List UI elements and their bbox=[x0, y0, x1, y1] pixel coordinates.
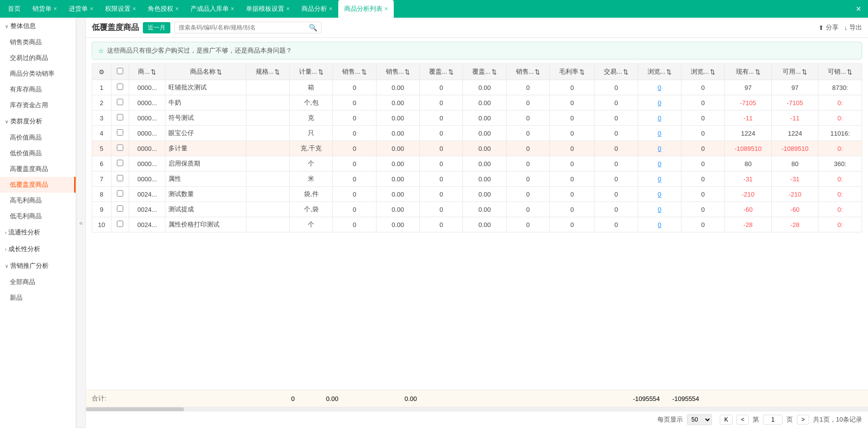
table-row: 9 0024... 测试提成 个,袋 0 0.00 0 0.00 0 0 0 0… bbox=[92, 202, 862, 217]
sidebar: ∨ 整体信息 销售类商品 交易过的商品 商品分类动销率 有库存商品 库存资金占用… bbox=[0, 18, 76, 428]
search-input[interactable] bbox=[179, 24, 309, 31]
col-browse2-header[interactable]: 浏览...⇅ bbox=[681, 64, 725, 80]
row-checkbox[interactable] bbox=[111, 217, 129, 232]
row-sales-count: 0 bbox=[333, 111, 376, 126]
table-row: 2 0000... 牛奶 个,包 0 0.00 0 0.00 0 0 0 0 0… bbox=[92, 95, 862, 111]
col-checkbox-header[interactable] bbox=[111, 64, 129, 80]
sidebar-item-high-coverage[interactable]: 高覆盖度商品 bbox=[0, 161, 76, 177]
col-current-stock-header[interactable]: 现有...⇅ bbox=[725, 64, 772, 80]
col-settings-header[interactable]: ⚙ bbox=[92, 64, 111, 80]
col-sales-count-header[interactable]: 销售...⇅ bbox=[333, 64, 376, 80]
sidebar-section-marketing[interactable]: ∨ 营销推广分析 bbox=[0, 257, 76, 274]
sidebar-item-high-margin[interactable]: 高毛利商品 bbox=[0, 193, 76, 208]
page-number-input[interactable] bbox=[763, 415, 783, 425]
sidebar-item-traded-goods[interactable]: 交易过的商品 bbox=[0, 50, 76, 66]
nav-close-active-icon[interactable]: × bbox=[384, 5, 388, 12]
next-page-button[interactable]: > bbox=[797, 415, 809, 425]
time-filter-button[interactable]: 近一月 bbox=[143, 22, 170, 33]
row-checkbox[interactable] bbox=[111, 187, 129, 202]
row-browse1[interactable]: 0 bbox=[638, 187, 681, 202]
row-checkbox[interactable] bbox=[111, 141, 129, 156]
col-cov2-header[interactable]: 覆盖...⇅ bbox=[463, 64, 506, 80]
col-code-header[interactable]: 商...⇅ bbox=[129, 64, 165, 80]
nav-close-icon[interactable]: × bbox=[54, 5, 57, 12]
total-pages-label: 共1页，10条记录 bbox=[813, 415, 862, 424]
scrollbar-thumb[interactable] bbox=[86, 407, 184, 411]
row-browse1[interactable]: 0 bbox=[638, 156, 681, 171]
sidebar-item-low-coverage[interactable]: 低覆盖度商品 bbox=[0, 177, 76, 193]
export-button[interactable]: ↓ 导出 bbox=[844, 23, 863, 32]
select-all-checkbox[interactable] bbox=[117, 68, 123, 74]
sidebar-item-new-goods[interactable]: 新品 bbox=[0, 290, 76, 306]
row-spec bbox=[246, 95, 289, 111]
page-size-select[interactable]: 50 100 200 bbox=[687, 414, 712, 425]
prev-page-button[interactable]: < bbox=[736, 415, 749, 425]
window-close-button[interactable]: × bbox=[851, 4, 866, 14]
nav-close-icon[interactable]: × bbox=[231, 5, 234, 12]
nav-permission[interactable]: 权限设置 × bbox=[99, 0, 142, 18]
sidebar-section-overview[interactable]: ∨ 整体信息 bbox=[0, 18, 76, 34]
sidebar-item-in-stock[interactable]: 有库存商品 bbox=[0, 82, 76, 97]
row-spec bbox=[246, 126, 289, 141]
col-browse1-header[interactable]: 浏览...⇅ bbox=[638, 64, 681, 80]
col-sales-amount-header[interactable]: 销售...⇅ bbox=[376, 64, 419, 80]
row-checkbox[interactable] bbox=[111, 156, 129, 171]
total-spacer10 bbox=[588, 395, 627, 402]
share-button[interactable]: ⬆ 分享 bbox=[818, 23, 839, 32]
row-browse1[interactable]: 0 bbox=[638, 111, 681, 126]
row-browse1[interactable]: 0 bbox=[638, 217, 681, 232]
nav-home[interactable]: 首页 bbox=[2, 0, 27, 18]
col-name-header[interactable]: 商品名称⇅ bbox=[165, 64, 246, 80]
row-browse1[interactable]: 0 bbox=[638, 141, 681, 156]
nav-goods-analysis-list[interactable]: 商品分析列表 × bbox=[338, 0, 394, 18]
col-spec-header[interactable]: 规格...⇅ bbox=[246, 64, 289, 80]
sidebar-item-high-value[interactable]: 高价值商品 bbox=[0, 130, 76, 145]
row-checkbox[interactable] bbox=[111, 95, 129, 111]
row-browse1[interactable]: 0 bbox=[638, 95, 681, 111]
row-name: 属性价格打印测试 bbox=[165, 217, 246, 232]
row-code: 0024... bbox=[129, 217, 165, 232]
nav-close-icon[interactable]: × bbox=[175, 5, 179, 12]
sidebar-item-low-value[interactable]: 低价值商品 bbox=[0, 145, 76, 161]
nav-close-icon[interactable]: × bbox=[329, 5, 332, 12]
row-browse1[interactable]: 0 bbox=[638, 80, 681, 95]
sidebar-section-growth[interactable]: › 成长性分析 bbox=[0, 241, 76, 257]
nav-role-auth[interactable]: 角色授权 × bbox=[142, 0, 185, 18]
col-transaction-header[interactable]: 交易...⇅ bbox=[595, 64, 638, 80]
nav-product-warehouse[interactable]: 产成品入库单 × bbox=[185, 0, 240, 18]
sidebar-item-low-margin[interactable]: 低毛利商品 bbox=[0, 208, 76, 224]
col-cov1-header[interactable]: 覆盖...⇅ bbox=[420, 64, 463, 80]
sidebar-section-liquidity[interactable]: › 流通性分析 bbox=[0, 224, 76, 241]
row-checkbox[interactable] bbox=[111, 202, 129, 217]
nav-sales-order[interactable]: 销货单 × bbox=[27, 0, 63, 18]
row-browse1[interactable]: 0 bbox=[638, 171, 681, 187]
col-saleable-header[interactable]: 可销...⇅ bbox=[818, 64, 862, 80]
total-spacer5 bbox=[352, 395, 391, 402]
nav-close-icon[interactable]: × bbox=[90, 5, 93, 12]
col-gross-margin-header[interactable]: 毛利率⇅ bbox=[550, 64, 595, 80]
nav-goods-analysis[interactable]: 商品分析 × bbox=[296, 0, 338, 18]
row-browse1[interactable]: 0 bbox=[638, 126, 681, 141]
col-unit-header[interactable]: 计量...⇅ bbox=[290, 64, 333, 80]
sidebar-section-cluster[interactable]: ∨ 类群度分析 bbox=[0, 113, 76, 130]
sidebar-item-sales-goods[interactable]: 销售类商品 bbox=[0, 34, 76, 50]
nav-purchase-order[interactable]: 进货单 × bbox=[63, 0, 99, 18]
sidebar-item-all-goods[interactable]: 全部商品 bbox=[0, 274, 76, 290]
sidebar-item-category-turnover[interactable]: 商品分类动销率 bbox=[0, 66, 76, 82]
first-page-button[interactable]: K bbox=[720, 415, 732, 425]
col-sales3-header[interactable]: 销售...⇅ bbox=[506, 64, 549, 80]
nav-close-icon[interactable]: × bbox=[133, 5, 136, 12]
sidebar-item-stock-capital[interactable]: 库存资金占用 bbox=[0, 97, 76, 113]
nav-template-settings[interactable]: 单据模板设置 × bbox=[240, 0, 296, 18]
row-checkbox[interactable] bbox=[111, 126, 129, 141]
row-cov2: 0.00 bbox=[463, 156, 506, 171]
horizontal-scrollbar[interactable] bbox=[86, 407, 868, 411]
row-checkbox[interactable] bbox=[111, 80, 129, 95]
row-checkbox[interactable] bbox=[111, 171, 129, 187]
nav-close-icon[interactable]: × bbox=[286, 5, 290, 12]
row-unit: 箱 bbox=[290, 80, 333, 95]
row-checkbox[interactable] bbox=[111, 111, 129, 126]
col-available-stock-header[interactable]: 可用...⇅ bbox=[771, 64, 818, 80]
row-browse1[interactable]: 0 bbox=[638, 202, 681, 217]
sidebar-collapse-button[interactable]: « bbox=[76, 18, 86, 428]
